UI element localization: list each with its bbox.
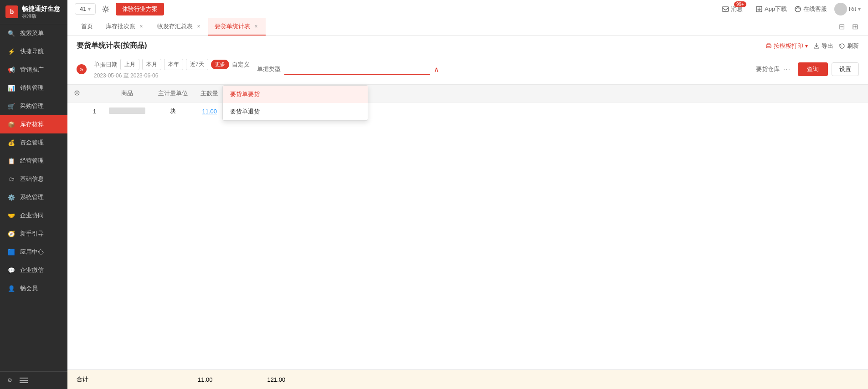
tab-recvsum-label: 收发存汇总表: [157, 22, 193, 31]
sidebar-item-member[interactable]: 👤 畅会员: [0, 279, 67, 297]
apps-icon: 🟦: [7, 248, 15, 256]
date-btn-last-month[interactable]: 上月: [120, 59, 139, 70]
topbar-gear-icon[interactable]: [99, 3, 112, 15]
sidebar-item-inventory[interactable]: 📦 库存核算: [0, 115, 67, 133]
purchase-icon: 🛒: [7, 102, 15, 110]
finance-icon: 💰: [7, 138, 15, 147]
page-title: 要货单统计表(按商品): [77, 41, 147, 51]
tab-home[interactable]: 首页: [75, 18, 99, 36]
promo-button[interactable]: 体验行业方案: [116, 3, 164, 15]
refresh-button[interactable]: 刷新: [839, 42, 859, 50]
filter-area: » 单据日期 上月 本月 本年 近7天 更多 自定义 2023-05-06 至 …: [67, 54, 868, 85]
warehouse-more-icon[interactable]: ···: [783, 65, 791, 73]
table-area: 商品 主计量单位 主数量 零售金额 1 块 11.00: [67, 85, 868, 369]
settings-bottom-btn[interactable]: ⚙: [7, 377, 12, 384]
sidebar-item-label: 畅会员: [20, 284, 38, 292]
sidebar: b 畅捷通好生意 标准版 🔍 搜索菜单 ⚡ 快捷导航 📢 营销推广 📊 销售管理…: [0, 0, 67, 389]
filter-expand-button[interactable]: »: [77, 64, 87, 74]
sidebar-nav: 🔍 搜索菜单 ⚡ 快捷导航 📢 营销推广 📊 销售管理 🛒 采购管理 📦 库存核…: [0, 24, 67, 371]
sidebar-item-label: 企业协同: [20, 211, 44, 220]
print-button[interactable]: 按模板打印 ▾: [765, 42, 808, 50]
dropdown-item-req-purchase[interactable]: 要货单要货: [223, 86, 368, 103]
system-icon: ⚙️: [7, 193, 15, 201]
tab-maximize-icon[interactable]: ⊞: [849, 21, 861, 32]
sidebar-item-search[interactable]: 🔍 搜索菜单: [0, 24, 67, 42]
sidebar-item-purchase[interactable]: 🛒 采购管理: [0, 97, 67, 115]
sidebar-item-quicknav[interactable]: ⚡ 快捷导航: [0, 42, 67, 61]
tab-batch-close-icon[interactable]: ×: [138, 23, 144, 30]
tabs-bar: 首页 库存批次账 × 收发存汇总表 × 要货单统计表 × ⊟ ⊞: [67, 18, 868, 36]
sidebar-item-enterprise[interactable]: 🤝 企业协同: [0, 206, 67, 225]
sidebar-item-label: 新手引导: [20, 230, 44, 238]
tab-reqstat[interactable]: 要货单统计表 ×: [208, 18, 266, 36]
sidebar-item-apps[interactable]: 🟦 应用中心: [0, 243, 67, 261]
online-service-label: 在线客服: [803, 5, 827, 13]
tab-recvsum[interactable]: 收发存汇总表 ×: [151, 18, 208, 36]
sidebar-item-sales[interactable]: 📊 销售管理: [0, 79, 67, 97]
topbar-left: 41 ▾ 体验行业方案: [75, 3, 164, 15]
online-service-button[interactable]: 在线客服: [794, 5, 827, 13]
date-btn-this-year[interactable]: 本年: [164, 59, 183, 70]
type-dropdown-menu: 要货单要货 要货单退货: [222, 85, 368, 121]
svg-rect-4: [722, 7, 729, 11]
user-area[interactable]: Rit ▾: [834, 3, 861, 15]
export-label: 导出: [822, 42, 833, 50]
tab-expand-icon[interactable]: ⊟: [836, 21, 847, 32]
logo-icon: b: [5, 5, 18, 18]
sidebar-item-label: 搜索菜单: [20, 29, 44, 37]
search-icon: 🔍: [7, 29, 15, 37]
svg-point-6: [795, 6, 801, 12]
sidebar-item-label: 销售管理: [20, 84, 44, 92]
selector-value: 41: [80, 5, 86, 12]
sidebar-item-marketing[interactable]: 📢 营销推广: [0, 61, 67, 79]
sidebar-item-base[interactable]: 🗂 基础信息: [0, 170, 67, 188]
tab-batch[interactable]: 库存批次账 ×: [99, 18, 151, 36]
sidebar-item-system[interactable]: ⚙️ 系统管理: [0, 188, 67, 206]
sidebar-item-label: 企业微信: [20, 266, 44, 274]
sidebar-item-finance[interactable]: 💰 资金管理: [0, 133, 67, 152]
query-button[interactable]: 查询: [798, 62, 828, 76]
app-download-label: App下载: [765, 5, 787, 13]
tab-reqstat-label: 要货单统计表: [215, 22, 250, 31]
tab-reqstat-close-icon[interactable]: ×: [253, 23, 259, 30]
date-custom-btn[interactable]: 自定义: [232, 61, 250, 69]
date-btn-last-7-days[interactable]: 近7天: [186, 59, 208, 70]
topbar-right: 消息 99+ App下载 在线客服 Rit ▾: [722, 3, 861, 15]
collapse-btn[interactable]: [20, 377, 28, 384]
sidebar-item-guide[interactable]: 🧭 新手引导: [0, 225, 67, 243]
type-label: 单据类型: [257, 65, 281, 73]
type-input[interactable]: [284, 64, 430, 75]
message-button[interactable]: 消息 99+: [722, 5, 743, 13]
sidebar-item-label: 经营管理: [20, 157, 44, 165]
svg-rect-0: [20, 378, 28, 379]
sidebar-item-operations[interactable]: 📋 经营管理: [0, 152, 67, 170]
marketing-icon: 📢: [7, 66, 15, 74]
sidebar-item-label: 资金管理: [20, 138, 44, 147]
selector-dropdown[interactable]: 41 ▾: [75, 3, 96, 15]
tabs-end-area: ⊟ ⊞: [836, 21, 861, 32]
user-name: Rit: [849, 5, 856, 12]
sidebar-item-wechat[interactable]: 💬 企业微信: [0, 261, 67, 279]
user-avatar: [834, 3, 847, 15]
print-label: 按模板打印: [774, 42, 803, 50]
filter-type-group: 单据类型 ∧: [257, 64, 749, 75]
page-header: 要货单统计表(按商品) 按模板打印 ▾ 导出 刷新: [67, 36, 868, 54]
settings-button[interactable]: 设置: [832, 62, 859, 76]
logo-area: b 畅捷通好生意 标准版: [0, 0, 67, 24]
app-download-button[interactable]: App下载: [755, 5, 787, 13]
page-actions: 按模板打印 ▾ 导出 刷新: [765, 42, 859, 50]
type-dropdown-arrow-icon[interactable]: ∧: [434, 65, 439, 74]
svg-point-3: [104, 8, 107, 10]
dropdown-item-req-return[interactable]: 要货单退货: [223, 103, 368, 120]
guide-icon: 🧭: [7, 230, 15, 238]
tab-recvsum-close-icon[interactable]: ×: [195, 23, 202, 30]
svg-rect-7: [766, 45, 771, 48]
warehouse-label: 要货仓库: [756, 65, 780, 73]
date-btn-more[interactable]: 更多: [211, 60, 229, 69]
filter-row: » 单据日期 上月 本月 本年 近7天 更多 自定义 2023-05-06 至 …: [77, 59, 859, 80]
date-btn-this-month[interactable]: 本月: [142, 59, 161, 70]
sidebar-item-label: 采购管理: [20, 102, 44, 110]
export-button[interactable]: 导出: [813, 42, 833, 50]
date-range-display: 2023-05-06 至 2023-06-06: [94, 72, 250, 80]
filter-date-group: 单据日期 上月 本月 本年 近7天 更多 自定义: [94, 59, 250, 70]
